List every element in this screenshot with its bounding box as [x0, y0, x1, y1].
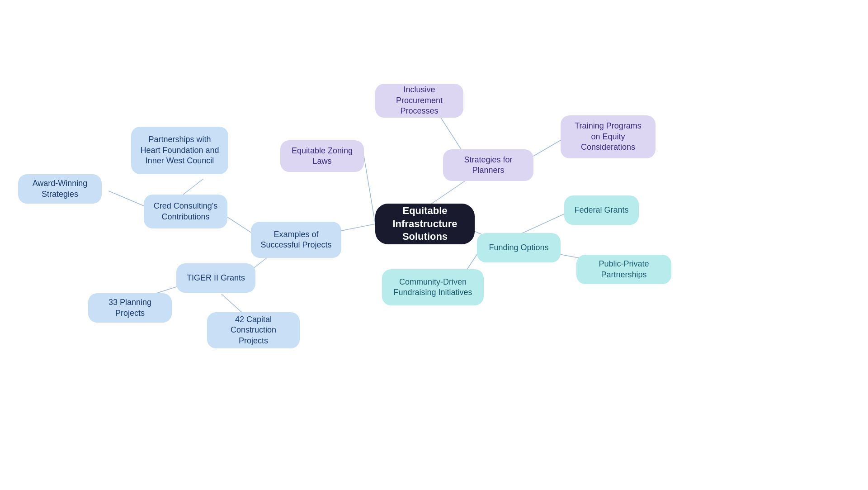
inclusive-procurement-node: Inclusive Procurement Processes: [375, 84, 463, 118]
capital-construction-node: 42 Capital Construction Projects: [207, 312, 300, 348]
planning-projects-node: 33 Planning Projects: [88, 293, 172, 323]
svg-line-3: [533, 140, 561, 156]
svg-line-0: [364, 156, 375, 224]
svg-line-6: [183, 179, 203, 195]
federal-grants-node: Federal Grants: [564, 195, 639, 225]
funding-options-node: Funding Options: [477, 233, 561, 262]
center-node: Equitable Infrastructure Solutions: [375, 204, 475, 244]
examples-successful-node: Examples of Successful Projects: [251, 222, 341, 258]
equitable-zoning-node: Equitable Zoning Laws: [280, 140, 364, 172]
training-programs-node: Training Programs on Equity Consideratio…: [561, 115, 656, 158]
svg-line-12: [518, 214, 565, 235]
community-fundraising-node: Community-Driven Fundraising Initiatives: [382, 269, 484, 305]
tiger-grants-node: TIGER II Grants: [176, 263, 255, 293]
svg-line-10: [222, 294, 244, 314]
cred-consulting-node: Cred Consulting's Contributions: [144, 195, 227, 228]
svg-line-2: [441, 118, 461, 149]
public-private-node: Public-Private Partnerships: [576, 255, 671, 284]
strategies-planners-node: Strategies for Planners: [443, 149, 533, 181]
partnerships-node: Partnerships with Heart Foundation and I…: [131, 127, 228, 174]
svg-line-7: [108, 191, 149, 208]
award-winning-node: Award-Winning Strategies: [18, 174, 102, 204]
